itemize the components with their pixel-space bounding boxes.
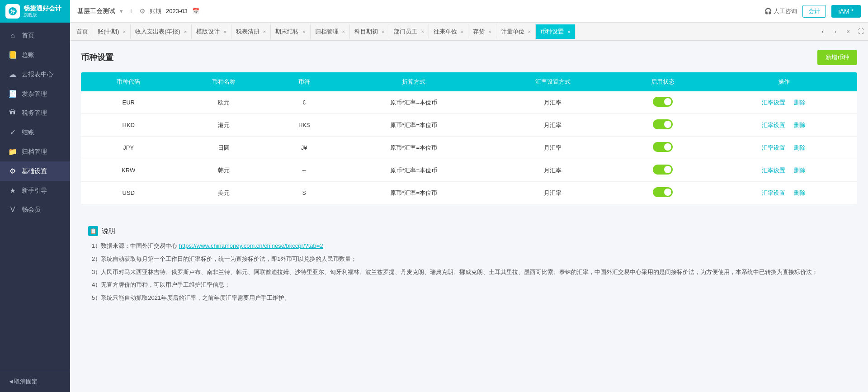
sidebar-item-label: 基础设置	[22, 167, 47, 175]
settings-gear-icon[interactable]: ⚙	[139, 7, 145, 15]
cell-rate-type: 月汇率	[491, 114, 615, 137]
logo-icon: 好	[5, 4, 20, 19]
tab-close-icon[interactable]: ×	[528, 29, 531, 34]
delete-link[interactable]: 删除	[794, 144, 806, 151]
notes-icon: 📋	[88, 226, 98, 236]
tab-subject-init[interactable]: 科目期初 ×	[350, 24, 389, 39]
sidebar-item-archive[interactable]: 📁 归档管理	[0, 142, 70, 161]
rate-settings-link[interactable]: 汇率设置	[762, 122, 785, 128]
tab-prev-icon[interactable]: ‹	[817, 26, 828, 37]
cloud-icon: ☁	[8, 70, 17, 79]
calendar-icon[interactable]: 📅	[192, 8, 199, 14]
tab-dept-staff[interactable]: 部门员工 ×	[389, 24, 429, 39]
cell-rate-type: 月汇率	[491, 91, 615, 114]
cell-actions: 汇率设置 删除	[710, 137, 857, 159]
cell-code: JPY	[81, 137, 176, 159]
tab-close-icon[interactable]: ×	[123, 29, 126, 34]
tab-close-all-icon[interactable]: ×	[843, 26, 854, 37]
tab-inventory[interactable]: 存货 ×	[468, 24, 496, 39]
notes-title: 📋 说明	[88, 226, 850, 236]
sidebar-item-checkout[interactable]: ✓ 结账	[0, 123, 70, 142]
tab-annual-report[interactable]: 收入支出表(年报) ×	[131, 24, 192, 39]
tab-close-icon[interactable]: ×	[382, 29, 384, 34]
new-currency-button[interactable]: 新增币种	[817, 50, 857, 65]
iam-badge[interactable]: iAM *	[831, 5, 861, 18]
tab-tax[interactable]: 税表清册 ×	[231, 24, 271, 39]
cell-actions: 汇率设置 删除	[710, 182, 857, 204]
sidebar-item-label: 总账	[22, 51, 34, 59]
tab-currency[interactable]: 币种设置 ×	[536, 24, 575, 39]
cell-name: 美元	[176, 182, 271, 204]
status-toggle[interactable]	[653, 165, 673, 175]
rate-settings-link[interactable]: 汇率设置	[762, 167, 785, 174]
tab-expand-icon[interactable]: ⛶	[855, 26, 866, 37]
sidebar-item-tax[interactable]: 🏛 税务管理	[0, 104, 70, 123]
delete-link[interactable]: 删除	[794, 167, 806, 174]
tab-period-end[interactable]: 期末结转 ×	[271, 24, 310, 39]
tab-label: 首页	[76, 28, 88, 36]
sidebar-item-home[interactable]: ⌂ 首页	[0, 26, 70, 45]
sidebar-item-settings[interactable]: ⚙ 基础设置	[0, 161, 70, 181]
tab-next-icon[interactable]: ›	[830, 26, 841, 37]
page-header: 币种设置 新增币种	[81, 50, 857, 65]
checkout-icon: ✓	[8, 128, 17, 137]
table-row: HKD 港元 HK$ 原币*汇率=本位币 月汇率 汇率设置 删除	[81, 114, 857, 137]
cell-actions: 汇率设置 删除	[710, 159, 857, 182]
tab-close-icon[interactable]: ×	[263, 29, 266, 34]
tab-label: 税表清册	[236, 28, 259, 36]
sidebar-item-guide[interactable]: ★ 新手引导	[0, 181, 70, 200]
delete-link[interactable]: 删除	[794, 99, 806, 106]
rate-settings-link[interactable]: 汇率设置	[762, 99, 785, 106]
tab-home[interactable]: 首页	[72, 24, 93, 39]
tab-close-icon[interactable]: ×	[567, 29, 570, 34]
tab-contacts[interactable]: 往来单位 ×	[429, 24, 468, 39]
help-button[interactable]: 🎧 人工咨询	[764, 7, 797, 15]
sidebar-item-invoice[interactable]: 🧾 发票管理	[0, 84, 70, 104]
svg-text:好: 好	[10, 9, 15, 14]
cell-status	[615, 182, 710, 204]
notes-list: 1）数据来源：中国外汇交易中心 https://www.chinamoney.c…	[88, 241, 850, 303]
cell-actions: 汇率设置 删除	[710, 114, 857, 137]
add-tab-icon[interactable]: ＋	[127, 6, 135, 16]
headset-icon: 🎧	[764, 8, 772, 14]
status-toggle[interactable]	[653, 119, 673, 129]
tab-close-icon[interactable]: ×	[488, 29, 491, 34]
tab-close-icon[interactable]: ×	[302, 29, 305, 34]
account-button[interactable]: 会计	[802, 5, 826, 18]
notes-external-link[interactable]: https://www.chinamoney.com.cn/chinese/bk…	[179, 242, 323, 249]
tab-close-icon[interactable]: ×	[342, 29, 345, 34]
rate-settings-link[interactable]: 汇率设置	[762, 144, 785, 151]
rate-settings-link[interactable]: 汇率设置	[762, 189, 785, 196]
sidebar-item-member[interactable]: V 畅会员	[0, 200, 70, 219]
tab-template[interactable]: 模版设计 ×	[192, 24, 231, 39]
sidebar-item-ledger[interactable]: 📒 总账	[0, 45, 70, 65]
cell-status	[615, 91, 710, 114]
tab-label: 归档管理	[315, 28, 339, 36]
sidebar-item-reports[interactable]: ☁ 云报表中心	[0, 65, 70, 84]
period-label: 账期	[150, 7, 161, 15]
tab-close-icon[interactable]: ×	[184, 29, 187, 34]
sidebar-nav: ⌂ 首页 📒 总账 ☁ 云报表中心 🧾 发票管理 🏛 税务管理 ✓ 结账 📁 归…	[0, 23, 70, 371]
cell-calc: 原币*汇率=本位币	[337, 137, 491, 159]
tab-ledger[interactable]: 账(中期) ×	[93, 24, 131, 39]
tab-close-icon[interactable]: ×	[223, 29, 226, 34]
tax-icon: 🏛	[8, 109, 17, 117]
sidebar-item-label: 税务管理	[22, 109, 47, 117]
tab-archive[interactable]: 归档管理 ×	[311, 24, 350, 39]
company-dropdown-icon[interactable]: ▾	[120, 8, 123, 14]
cell-code: KRW	[81, 159, 176, 182]
topbar: 基层工会测试 ▾ ＋ ⚙ 账期 2023-03 📅 🎧 人工咨询 会计 iAM …	[70, 0, 868, 23]
sidebar-pin-toggle[interactable]: ◄取消固定	[0, 371, 70, 392]
tab-label: 模版设计	[196, 28, 220, 36]
member-icon: V	[8, 206, 17, 214]
status-toggle[interactable]	[653, 97, 673, 107]
cell-symbol: $	[271, 182, 337, 204]
status-toggle[interactable]	[653, 187, 673, 197]
delete-link[interactable]: 删除	[794, 122, 806, 128]
tab-close-icon[interactable]: ×	[421, 29, 424, 34]
status-toggle[interactable]	[653, 142, 673, 152]
cell-code: HKD	[81, 114, 176, 137]
tab-close-icon[interactable]: ×	[461, 29, 463, 34]
tab-unit[interactable]: 计量单位 ×	[496, 24, 536, 39]
delete-link[interactable]: 删除	[794, 189, 806, 196]
